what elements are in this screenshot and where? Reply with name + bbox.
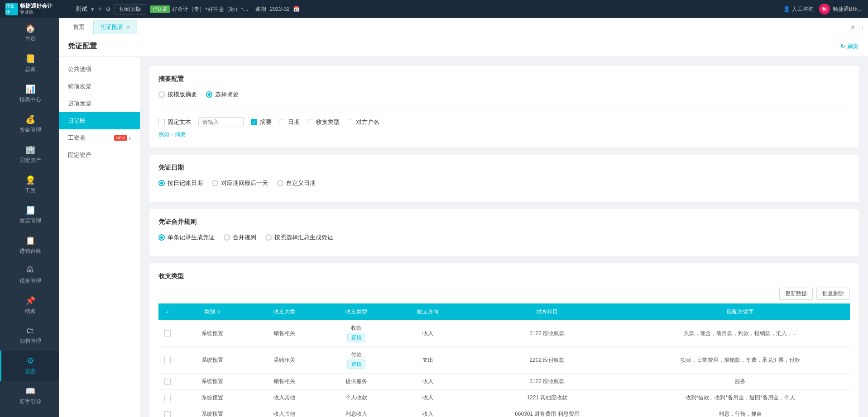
left-nav-payroll-label: 工资表 bbox=[68, 134, 86, 142]
sidebar-item-ledger[interactable]: 📒 总账 bbox=[0, 48, 59, 79]
radio-custom-date[interactable]: 自定义日期 bbox=[277, 179, 316, 187]
left-nav-journal[interactable]: 日记账 bbox=[59, 112, 140, 129]
tabbar: 首页 凭证配置 ✕ bbox=[59, 18, 868, 36]
summary-checkbox-group: 固定文本 ✓ 摘要 日期 收支类型 bbox=[158, 117, 850, 127]
left-nav-sales-invoice[interactable]: 销项发票 bbox=[59, 78, 140, 95]
left-nav-purchase-invoice[interactable]: 进项发票 bbox=[59, 95, 140, 112]
left-nav-purchase-invoice-label: 进项发票 bbox=[68, 100, 91, 108]
income-expense-section: 收支类型 更新数据 批量删除 ✓ 类别 ∨ 收支大类 收支类型 收支方向 对方科… bbox=[149, 263, 859, 417]
tab-home[interactable]: 首页 bbox=[66, 20, 91, 34]
sidebar-item-home[interactable]: 🏠 首页 bbox=[0, 18, 59, 48]
tab-voucher-config[interactable]: 凭证配置 ✕ bbox=[93, 20, 137, 34]
left-nav-public-label: 公共选项 bbox=[68, 65, 91, 73]
radio-summary-generate-label: 按照选择汇总生成凭证 bbox=[274, 233, 333, 242]
radio-custom-date-circle bbox=[277, 180, 283, 186]
sidebar-item-tax-label: 税务管理 bbox=[19, 277, 41, 285]
th-select-all[interactable]: ✓ bbox=[158, 303, 177, 320]
topbar-right: 👤 人工咨询 畅 畅捷通B组... bbox=[783, 4, 863, 14]
sales-ledger-icon: 📋 bbox=[25, 236, 35, 246]
checkbox-expense-type[interactable]: 收支类型 bbox=[307, 118, 340, 126]
radio-single-record-label: 单条记录生成凭证 bbox=[168, 233, 215, 242]
calendar-icon[interactable]: 📅 bbox=[293, 6, 300, 12]
tab-close-icon[interactable]: ✕ bbox=[126, 24, 130, 30]
row3-checkbox-cell[interactable] bbox=[158, 390, 177, 406]
window-maximize-icon[interactable]: □ bbox=[859, 24, 863, 31]
row1-checkbox[interactable] bbox=[164, 357, 171, 363]
batch-delete-button[interactable]: 批量删除 bbox=[816, 288, 850, 300]
update-data-button[interactable]: 更新数据 bbox=[779, 288, 813, 300]
row1-direction: 支出 bbox=[392, 347, 464, 374]
radio-template-summary[interactable]: 按模版摘要 bbox=[158, 90, 197, 99]
sidebar-item-close-account[interactable]: 📌 结账 bbox=[0, 290, 59, 321]
sidebar-item-member[interactable]: 👑 畅会员 bbox=[0, 411, 59, 417]
th-major: 收支大类 bbox=[249, 303, 321, 320]
select-all-checkbox[interactable]: ✓ bbox=[164, 309, 171, 315]
radio-period-last-day[interactable]: 对应期间最后一天 bbox=[212, 179, 268, 187]
sidebar-item-salary[interactable]: 👷 工资 bbox=[0, 170, 59, 200]
checkbox-summary[interactable]: ✓ 摘要 bbox=[251, 118, 272, 126]
add-button[interactable]: + bbox=[98, 5, 102, 13]
user-menu[interactable]: 畅 畅捷通B组... bbox=[819, 4, 863, 14]
radio-select-summary[interactable]: 选择摘要 bbox=[206, 90, 239, 99]
row0-major: 销售相关 bbox=[249, 320, 321, 347]
tab-home-label: 首页 bbox=[73, 23, 85, 31]
window-close-icon[interactable]: ✕ bbox=[850, 24, 855, 31]
top-tag-1[interactable]: 置顶 bbox=[347, 360, 365, 369]
top-tag-0[interactable]: 置顶 bbox=[347, 333, 365, 342]
row3-checkbox[interactable] bbox=[164, 395, 171, 401]
radio-summary-generate[interactable]: 按照选择汇总生成凭证 bbox=[265, 233, 333, 242]
service-button[interactable]: 👤 人工咨询 bbox=[783, 5, 814, 13]
checkbox-fixed-text[interactable]: 固定文本 bbox=[158, 118, 191, 126]
voucher-date-section: 凭证日期 按日记账日期 对应期间最后一天 自定义日期 bbox=[149, 155, 859, 202]
checkbox-counterparty[interactable]: 对方户名 bbox=[347, 118, 379, 126]
row4-checkbox[interactable] bbox=[164, 411, 171, 417]
sidebar-item-sales-ledger[interactable]: 📋 进销台账 bbox=[0, 230, 59, 261]
new-badge: NEW bbox=[114, 135, 127, 141]
row4-checkbox-cell[interactable] bbox=[158, 406, 177, 417]
checkbox-date[interactable]: 日期 bbox=[279, 118, 300, 126]
left-nav-payroll[interactable]: 工资表 NEW › bbox=[59, 129, 140, 147]
row1-major: 采购相关 bbox=[249, 347, 321, 374]
row0-checkbox[interactable] bbox=[164, 330, 171, 336]
checkbox-summary-label: 摘要 bbox=[260, 118, 272, 126]
sidebar-item-assets[interactable]: 🏢 固定资产 bbox=[0, 139, 59, 170]
sidebar-item-invoices[interactable]: 🧾 发票管理 bbox=[0, 200, 59, 230]
th-category: 类别 ∨ bbox=[177, 303, 249, 320]
radio-journal-date[interactable]: 按日记账日期 bbox=[158, 179, 203, 187]
sidebar-item-tax[interactable]: 🏛 税务管理 bbox=[0, 261, 59, 290]
radio-single-record[interactable]: 单条记录生成凭证 bbox=[158, 233, 215, 242]
close-account-icon: 📌 bbox=[25, 296, 35, 306]
window-controls: ✕ □ bbox=[845, 18, 868, 36]
row4-direction: 收入 bbox=[392, 406, 464, 417]
row2-checkbox-cell[interactable] bbox=[158, 374, 177, 390]
app-name: 畅捷通好会计 bbox=[20, 3, 53, 9]
username-label: 畅捷通B组... bbox=[833, 5, 863, 13]
row2-checkbox[interactable] bbox=[164, 379, 171, 385]
sidebar-item-reports[interactable]: 📊 报表中心 bbox=[0, 79, 59, 109]
sidebar-item-settings-label: 设置 bbox=[25, 368, 36, 375]
app-edition: 专业版 bbox=[20, 9, 53, 15]
radio-summary-generate-circle bbox=[265, 234, 272, 241]
row1-checkbox-cell[interactable] bbox=[158, 347, 177, 374]
tax-icon: 🏛 bbox=[26, 266, 34, 275]
sidebar-item-settings[interactable]: ⚙ 设置 bbox=[0, 351, 59, 381]
radio-merge-rules[interactable]: 合并规则 bbox=[224, 233, 256, 242]
left-nav-fixed-assets[interactable]: 固定资产 bbox=[59, 147, 140, 164]
left-nav-public[interactable]: 公共选项 bbox=[59, 61, 140, 78]
fixed-text-input[interactable] bbox=[198, 117, 244, 127]
switch-version-button[interactable]: 切到旧版 bbox=[115, 4, 146, 14]
home-icon: 🏠 bbox=[25, 24, 35, 33]
merge-rules-section: 凭证合并规则 单条记录生成凭证 合并规则 按照选择汇总生成凭证 bbox=[149, 209, 859, 256]
income-expense-title: 收支类型 bbox=[158, 272, 850, 280]
refresh-button[interactable]: ↻ 刷新 bbox=[840, 43, 859, 51]
row2-major: 销售相关 bbox=[249, 374, 321, 390]
row0-checkbox-cell[interactable] bbox=[158, 320, 177, 347]
sidebar-item-guide[interactable]: 📖 新手引导 bbox=[0, 381, 59, 411]
company-dropdown-icon[interactable]: ▾ bbox=[91, 6, 94, 13]
settings-icon[interactable]: ⚙ bbox=[106, 6, 111, 13]
row3-major: 收入其他 bbox=[249, 390, 321, 406]
sidebar-item-funds[interactable]: 💰 资金管理 bbox=[0, 109, 59, 139]
content-layout: 公共选项 销项发票 进项发票 日记账 工资表 NEW › 固定资产 bbox=[59, 57, 868, 417]
sidebar-item-archive[interactable]: 🗂 归档管理 bbox=[0, 321, 59, 351]
radio-period-last-day-circle bbox=[212, 180, 218, 186]
